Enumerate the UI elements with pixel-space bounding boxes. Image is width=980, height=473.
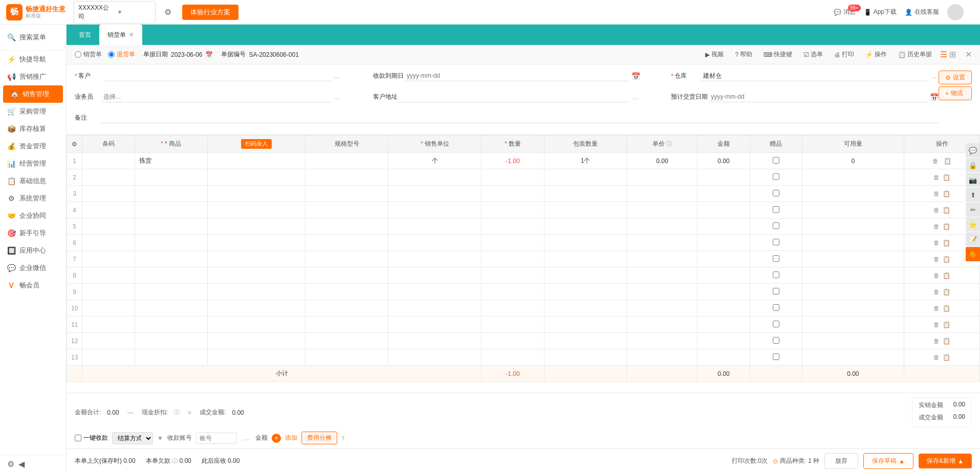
delete-icon[interactable]: 🗑 (933, 190, 940, 197)
close-form-icon[interactable]: ✕ (965, 50, 972, 59)
right-btn-edit[interactable]: ✏ (966, 202, 980, 217)
customer-dots-btn[interactable]: … (332, 73, 342, 80)
history-btn[interactable]: 📋 历史单据 (895, 49, 935, 60)
amount-cell[interactable] (698, 251, 750, 267)
user-avatar[interactable] (947, 4, 964, 20)
discard-button[interactable]: 放弃 (824, 453, 858, 469)
row-1-product[interactable]: 拣货 (135, 153, 207, 169)
settlement-method-select[interactable]: 结算方式 (112, 432, 153, 444)
save-new-button[interactable]: 保存&新增 ▲ (919, 454, 972, 468)
price-cell[interactable] (627, 284, 698, 300)
logistics-action-btn[interactable]: + 物流 (939, 86, 972, 100)
unit-cell[interactable] (388, 186, 482, 202)
delete-icon[interactable]: 🗑 (933, 288, 940, 296)
one-click-checkbox[interactable] (75, 435, 81, 441)
gift-checkbox[interactable] (773, 321, 779, 327)
radio-return[interactable]: 退货单 (108, 50, 135, 59)
qty-cell[interactable] (482, 169, 544, 186)
amount-cell[interactable] (698, 333, 750, 349)
copy-icon[interactable]: 📋 (943, 223, 950, 230)
pkg-qty-cell[interactable] (544, 267, 627, 284)
shortcuts-btn[interactable]: ⌨ 快捷键 (760, 49, 795, 60)
unit-cell[interactable] (388, 169, 482, 186)
right-btn-orange[interactable]: 🔶 (966, 247, 980, 261)
sidebar-item-enterprise[interactable]: 🤝 企业协同 (0, 207, 66, 224)
barcode-cell[interactable] (82, 186, 135, 202)
sidebar-collapse-icon[interactable]: ◀ (18, 459, 25, 469)
delivery-date-input[interactable] (708, 92, 928, 102)
sidebar-item-quick-nav[interactable]: ⚡ 快捷导航 (0, 51, 66, 68)
operations-btn[interactable]: ⚡ 操作 (862, 49, 890, 60)
app-download-button[interactable]: 📱 App下载 (864, 8, 897, 16)
product-cell[interactable] (135, 169, 207, 186)
unit-cell[interactable] (388, 218, 482, 235)
save-draft-button[interactable]: 保存草稿 ▲ (863, 453, 913, 469)
price-cell[interactable] (627, 300, 698, 317)
amount-cell[interactable] (698, 235, 750, 251)
settings-gear-icon[interactable]: ⚙ (160, 4, 176, 20)
warehouse-input[interactable] (700, 71, 928, 81)
amount-cell[interactable] (698, 284, 750, 300)
unit-cell[interactable] (388, 349, 482, 366)
delete-icon[interactable]: 🗑 (933, 256, 940, 263)
customer-address-dots-btn[interactable]: … (630, 94, 640, 101)
sidebar-settings-icon[interactable]: ⚙ (7, 459, 14, 469)
list-view-icon[interactable]: ☰ (940, 50, 947, 59)
gift-cell[interactable] (750, 267, 802, 284)
copy-icon[interactable]: 📋 (943, 256, 950, 263)
radio-return-input[interactable] (108, 51, 115, 58)
gift-checkbox[interactable] (773, 272, 779, 278)
total-debt-info-icon[interactable]: ⓘ (172, 458, 178, 464)
unit-cell[interactable] (388, 300, 482, 317)
row-1-barcode[interactable] (82, 153, 135, 169)
gift-checkbox[interactable] (773, 337, 779, 344)
sidebar-item-inventory[interactable]: 📦 库存核算 (0, 120, 66, 138)
product-cell[interactable] (135, 218, 207, 235)
unit-cell[interactable] (388, 317, 482, 333)
gift-cell[interactable] (750, 169, 802, 186)
product-cell[interactable] (135, 333, 207, 349)
barcode-cell[interactable] (82, 251, 135, 267)
spec-cell[interactable] (306, 186, 388, 202)
right-btn-star[interactable]: ⭐ (966, 217, 980, 232)
help-btn[interactable]: ? 帮助 (732, 49, 755, 60)
salesperson-dots-btn[interactable]: … (332, 94, 342, 101)
amount-cell[interactable] (698, 202, 750, 218)
product-cell[interactable] (135, 251, 207, 267)
price-cell[interactable] (627, 202, 698, 218)
delete-icon[interactable]: 🗑 (933, 207, 940, 214)
copy-icon[interactable]: 📋 (943, 190, 950, 197)
barcode-cell[interactable] (82, 218, 135, 235)
gift-cell[interactable] (750, 186, 802, 202)
gift-checkbox[interactable] (773, 190, 779, 196)
qty-cell[interactable] (482, 267, 544, 284)
row-1-spec[interactable] (306, 153, 388, 169)
spec-cell[interactable] (306, 235, 388, 251)
category-radio-icon[interactable]: ⊙ (773, 458, 778, 465)
price-cell[interactable] (627, 267, 698, 284)
barcode-cell[interactable] (82, 169, 135, 186)
gift-checkbox[interactable] (773, 173, 779, 180)
unit-cell[interactable] (388, 251, 482, 267)
spec-cell[interactable] (306, 284, 388, 300)
qty-cell[interactable] (482, 186, 544, 202)
row-1-unit-price[interactable]: 0.00 (627, 153, 698, 169)
sidebar-item-purchase[interactable]: 🛒 采购管理 (0, 103, 66, 120)
price-cell[interactable] (627, 333, 698, 349)
price-cell[interactable] (627, 349, 698, 366)
unit-cell[interactable] (388, 284, 482, 300)
sidebar-item-vip[interactable]: V 畅会员 (0, 277, 66, 294)
select-order-btn[interactable]: ☑ 选单 (800, 49, 826, 60)
customer-input[interactable] (104, 71, 332, 81)
spec-cell[interactable] (306, 202, 388, 218)
unit-cell[interactable] (388, 267, 482, 284)
row-1-unit[interactable]: 个 (388, 153, 482, 169)
product-cell[interactable] (135, 235, 207, 251)
amount-cell[interactable] (698, 169, 750, 186)
qty-cell[interactable] (482, 317, 544, 333)
gift-cell[interactable] (750, 300, 802, 317)
col-scan[interactable]: 扫码录入 (207, 136, 306, 153)
sidebar-search[interactable]: 🔍 搜索菜单 (0, 29, 66, 46)
amount-cell[interactable] (698, 186, 750, 202)
settlement-dropdown-icon[interactable]: ▼ (157, 435, 163, 442)
